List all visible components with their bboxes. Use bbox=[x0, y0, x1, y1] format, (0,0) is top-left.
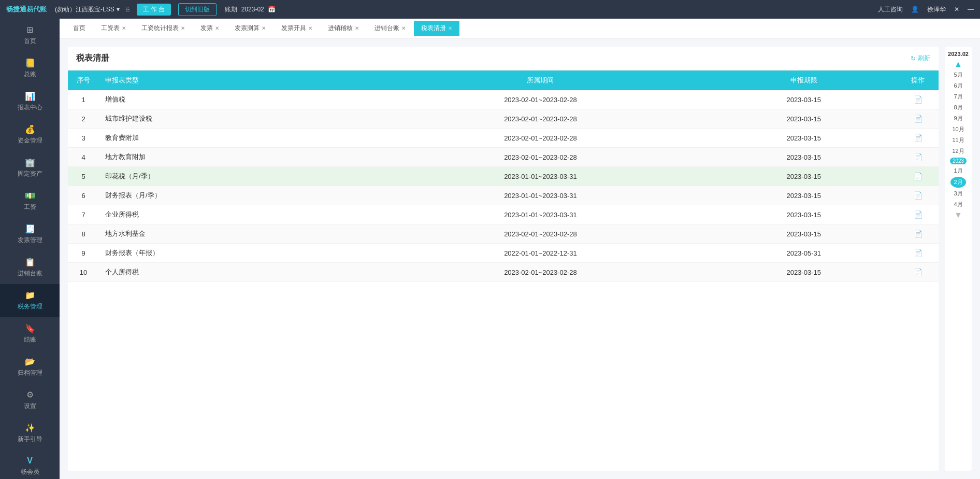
cell-type: 企业所得税 bbox=[99, 205, 371, 224]
action-icon[interactable]: 📄 bbox=[914, 191, 923, 200]
calendar-month[interactable]: 3月 bbox=[945, 188, 972, 199]
tab-purchase-ledger[interactable]: 进销台账 ✕ bbox=[367, 21, 413, 36]
cell-deadline: 2023-03-15 bbox=[710, 263, 897, 282]
action-icon[interactable]: 📄 bbox=[914, 249, 923, 257]
calendar-month[interactable]: 10月 bbox=[945, 124, 972, 135]
tab-tax-list[interactable]: 税表清册 ✕ bbox=[414, 21, 459, 36]
sidebar-item-vip[interactable]: V 畅会员 bbox=[0, 450, 60, 479]
sidebar-item-label: 发票管理 bbox=[18, 236, 42, 245]
calendar-month[interactable]: 9月 bbox=[945, 113, 972, 124]
tab-salary-stat[interactable]: 工资统计报表 ✕ bbox=[134, 21, 192, 36]
calendar-month[interactable]: 6月 bbox=[945, 80, 972, 91]
sidebar-item-label: 畅会员 bbox=[21, 468, 39, 476]
cell-action[interactable]: 📄 bbox=[897, 244, 939, 263]
calendar-month[interactable]: 4月 bbox=[945, 199, 972, 210]
tab-salary[interactable]: 工资表 ✕ bbox=[94, 21, 133, 36]
archive-icon: 📂 bbox=[25, 357, 35, 367]
switch-old-button[interactable]: 切到旧版 bbox=[178, 3, 217, 16]
cell-action[interactable]: 📄 bbox=[897, 90, 939, 109]
calendar-month[interactable]: 2月 bbox=[950, 177, 966, 188]
cell-deadline: 2023-03-15 bbox=[710, 205, 897, 224]
sidebar-item-fund[interactable]: 💰 资金管理 bbox=[0, 118, 60, 151]
sidebar-item-home[interactable]: ⊞ 首页 bbox=[0, 19, 60, 52]
tab-invoice-check[interactable]: 发票测算 ✕ bbox=[227, 21, 273, 36]
tab-invoice[interactable]: 发票 ✕ bbox=[193, 21, 226, 36]
calendar-month[interactable]: 7月 bbox=[945, 91, 972, 102]
sidebar-item-purchase[interactable]: 📋 进销台账 bbox=[0, 251, 60, 284]
sidebar-item-label: 报表中心 bbox=[18, 103, 42, 112]
action-icon[interactable]: 📄 bbox=[914, 172, 923, 180]
tab-close-tax-list[interactable]: ✕ bbox=[448, 25, 452, 31]
tab-invoice-open[interactable]: 发票开具 ✕ bbox=[274, 21, 320, 36]
main-panel: 税表清册 ↻ 刷新 序号 申报表类型 所属期间 申报期限 bbox=[68, 47, 939, 471]
cell-action[interactable]: 📄 bbox=[897, 205, 939, 224]
purchase-icon: 📋 bbox=[25, 257, 35, 267]
cell-type: 增值税 bbox=[99, 90, 371, 109]
sidebar-item-report[interactable]: 📊 报表中心 bbox=[0, 85, 60, 118]
workbench-button[interactable]: 工 作 台 bbox=[137, 4, 171, 16]
company-selector[interactable]: (勿动）江西股宝-LSS ▾ bbox=[55, 5, 120, 14]
calendar-month[interactable]: 1月 bbox=[945, 165, 972, 176]
cell-period: 2023-01-01~2023-03-31 bbox=[371, 167, 711, 186]
tab-close-invoice-open[interactable]: ✕ bbox=[308, 25, 312, 31]
cell-type: 财务报表（年报） bbox=[99, 244, 371, 263]
calendar-down-button[interactable]: ▼ bbox=[954, 210, 962, 220]
tab-close-purchase-check[interactable]: ✕ bbox=[355, 25, 359, 31]
table-row: 4 地方教育附加 2023-02-01~2023-02-28 2023-03-1… bbox=[68, 148, 939, 167]
cell-action[interactable]: 📄 bbox=[897, 186, 939, 205]
action-icon[interactable]: 📄 bbox=[914, 115, 923, 123]
sidebar-item-invoice[interactable]: 🧾 发票管理 bbox=[0, 218, 60, 251]
action-icon[interactable]: 📄 bbox=[914, 95, 923, 104]
minimize-icon[interactable]: — bbox=[968, 6, 974, 13]
tab-purchase-check[interactable]: 进销稽核 ✕ bbox=[321, 21, 366, 36]
action-icon[interactable]: 📄 bbox=[914, 134, 923, 142]
cell-type: 财务报表（月/季） bbox=[99, 186, 371, 205]
invoice-icon: 🧾 bbox=[25, 224, 35, 234]
table-row: 2 城市维护建设税 2023-02-01~2023-02-28 2023-03-… bbox=[68, 109, 939, 129]
calendar-month[interactable]: 5月 bbox=[945, 69, 972, 80]
cell-deadline: 2023-03-15 bbox=[710, 90, 897, 109]
vip-icon: V bbox=[27, 456, 33, 466]
sidebar-item-label: 首页 bbox=[24, 37, 36, 46]
sidebar-item-label: 资金管理 bbox=[18, 136, 42, 145]
calendar-month[interactable]: 12月 bbox=[945, 146, 972, 157]
sidebar-item-tax[interactable]: 📁 税务管理 bbox=[0, 284, 60, 317]
main-layout: ⊞ 首页 📒 总账 📊 报表中心 💰 资金管理 🏢 固定资产 💵 工资 🧾 发票… bbox=[0, 19, 980, 479]
cell-period: 2023-02-01~2023-02-28 bbox=[371, 90, 711, 109]
cell-action[interactable]: 📄 bbox=[897, 224, 939, 244]
cell-action[interactable]: 📄 bbox=[897, 109, 939, 129]
calendar-month[interactable]: 11月 bbox=[945, 135, 972, 146]
help-button[interactable]: 人工咨询 bbox=[878, 5, 903, 14]
col-period: 所属期间 bbox=[371, 71, 711, 90]
tab-home[interactable]: 首页 bbox=[66, 21, 93, 36]
tab-close-salary[interactable]: ✕ bbox=[122, 25, 126, 31]
calendar-month[interactable]: 8月 bbox=[945, 102, 972, 113]
action-icon[interactable]: 📄 bbox=[914, 210, 923, 219]
close-icon[interactable]: ✕ bbox=[954, 6, 959, 13]
sidebar-item-salary[interactable]: 💵 工资 bbox=[0, 185, 60, 218]
sidebar-item-label: 总账 bbox=[24, 70, 36, 79]
action-icon[interactable]: 📄 bbox=[914, 153, 923, 161]
sidebar-item-guide[interactable]: ✨ 新手引导 bbox=[0, 417, 60, 450]
cell-action[interactable]: 📄 bbox=[897, 167, 939, 186]
cell-no: 5 bbox=[68, 167, 99, 186]
sidebar-item-settle[interactable]: 🔖 结账 bbox=[0, 317, 60, 350]
cell-action[interactable]: 📄 bbox=[897, 129, 939, 148]
action-icon[interactable]: 📄 bbox=[914, 268, 923, 276]
cell-action[interactable]: 📄 bbox=[897, 148, 939, 167]
tab-close-salary-stat[interactable]: ✕ bbox=[181, 25, 185, 31]
ledger-icon: 📒 bbox=[25, 58, 35, 68]
sidebar-item-fixed[interactable]: 🏢 固定资产 bbox=[0, 151, 60, 185]
action-icon[interactable]: 📄 bbox=[914, 230, 923, 238]
cell-action[interactable]: 📄 bbox=[897, 263, 939, 282]
cell-no: 6 bbox=[68, 186, 99, 205]
sidebar-item-settings[interactable]: ⚙ 设置 bbox=[0, 384, 60, 417]
calendar-up-button[interactable]: ▲ bbox=[954, 59, 962, 69]
tab-close-invoice[interactable]: ✕ bbox=[215, 25, 219, 31]
tab-close-purchase-ledger[interactable]: ✕ bbox=[401, 25, 406, 31]
tab-close-invoice-check[interactable]: ✕ bbox=[262, 25, 266, 31]
refresh-button[interactable]: ↻ 刷新 bbox=[911, 54, 930, 63]
sidebar-item-archive[interactable]: 📂 归档管理 bbox=[0, 350, 60, 384]
cell-period: 2023-02-01~2023-02-28 bbox=[371, 263, 711, 282]
sidebar-item-ledger[interactable]: 📒 总账 bbox=[0, 52, 60, 85]
